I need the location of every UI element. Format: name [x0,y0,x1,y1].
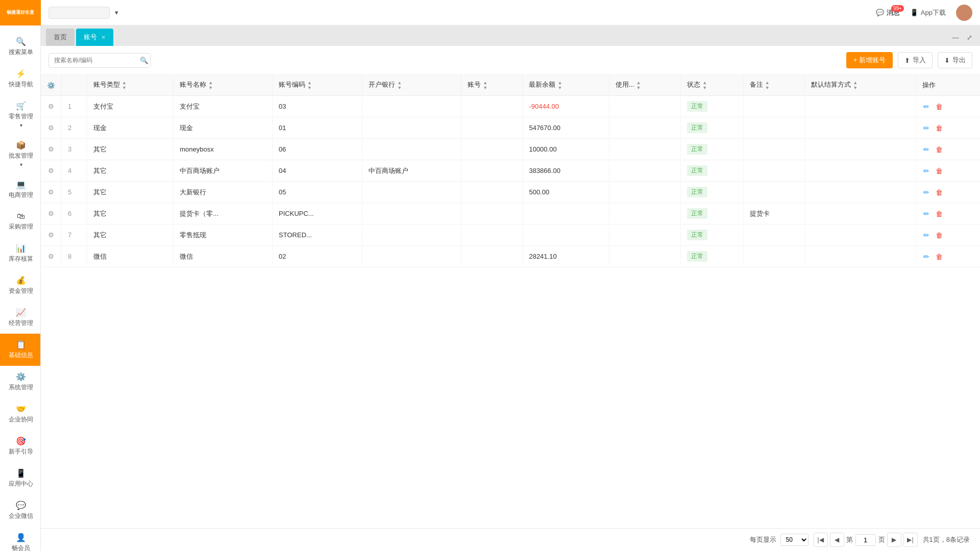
sidebar-item-sys-mgmt[interactable]: ⚙️系统管理 [0,366,40,398]
page-label: 第 [846,535,853,544]
row-gear[interactable]: ⚙ [41,246,62,267]
sidebar-item-label: 企业协同 [9,415,33,424]
edit-button[interactable]: ✏ [922,209,930,219]
topbar-search-input[interactable] [48,7,110,19]
app-center-icon: 📱 [16,468,26,478]
sidebar-item-quick-nav[interactable]: ⚡快捷导航 [0,63,40,95]
row-gear[interactable]: ⚙ [41,139,62,160]
delete-button[interactable]: 🗑 [935,123,944,133]
col-balance[interactable]: 最新余额▲▼ [523,75,609,96]
sort-icon: ▲▼ [765,80,770,90]
tab-home[interactable]: 首页 [46,29,75,46]
sidebar-item-search-menu[interactable]: 🔍搜索菜单 [0,31,40,63]
col-bank[interactable]: 开户银行▲▼ [362,75,461,96]
row-balance [523,224,609,246]
row-gear[interactable]: ⚙ [41,182,62,203]
sidebar-item-fund-mgmt[interactable]: 💰资金管理 [0,269,40,302]
sidebar-item-inventory[interactable]: 📊库存核算 [0,237,40,269]
page-number-input[interactable] [855,534,876,546]
row-type: 其它 [87,182,174,203]
row-remark [743,160,804,182]
row-remark [743,246,804,267]
row-type: 其它 [87,203,174,224]
sidebar-item-new-guide[interactable]: 🎯新手引导 [0,430,40,462]
pagesize-select[interactable]: 50 100 200 [780,534,808,546]
search-button[interactable]: 🔍 [136,54,151,67]
app-logo: 畅捷通好生意 [0,0,41,26]
sidebar-item-purchase-mgmt[interactable]: 🛍采购管理 [0,206,40,237]
edit-button[interactable]: ✏ [922,230,930,240]
delete-button[interactable]: 🗑 [935,209,944,219]
user-avatar[interactable] [956,5,972,21]
edit-button[interactable]: ✏ [922,166,930,176]
delete-button[interactable]: 🗑 [935,230,944,240]
sidebar-item-ecommerce-mgmt[interactable]: 💻电商管理 [0,173,40,206]
edit-button[interactable]: ✏ [922,123,930,133]
search-box: 🔍 [48,53,151,68]
add-account-button[interactable]: + 新增账号 [846,52,893,68]
col-name[interactable]: 账号名称▲▼ [174,75,273,96]
last-page-button[interactable]: ▶| [903,533,918,547]
col-default_settle[interactable]: 默认结算方式▲▼ [805,75,916,96]
row-actions: ✏ 🗑 [916,224,980,246]
app-download-button[interactable]: 📱 App下载 [910,8,946,17]
sidebar-item-wholesale-mgmt[interactable]: 📦批发管理▾ [0,134,40,173]
edit-button[interactable]: ✏ [922,187,930,197]
sidebar-item-basic-info[interactable]: 📋基础信息 [0,334,40,366]
search-input[interactable] [49,54,136,67]
first-page-button[interactable]: |◀ [814,533,828,547]
row-gear[interactable]: ⚙ [41,203,62,224]
maximize-button[interactable]: ⤢ [964,32,975,43]
row-account [461,96,523,117]
row-default-settle [805,246,916,267]
minimize-button[interactable]: — [950,32,961,43]
import-icon: ⬆ [904,57,910,64]
col-code[interactable]: 账号编码▲▼ [273,75,362,96]
col-usage[interactable]: 使用...▲▼ [609,75,681,96]
row-balance: 500.00 [523,182,609,203]
sidebar-item-enterprise-wechat[interactable]: 💬企业微信 [0,494,40,527]
sys-mgmt-icon: ⚙️ [16,372,26,382]
row-balance [523,203,609,224]
tab-account[interactable]: 账号✕ [76,29,113,46]
row-gear[interactable]: ⚙ [41,117,62,139]
sidebar-item-ops-mgmt[interactable]: 📈经营管理 [0,302,40,334]
message-badge: 99+ [891,5,904,12]
col-type[interactable]: 账号类型▲▼ [87,75,174,96]
sidebar-item-member[interactable]: 👤畅会员 [0,527,40,551]
row-usage [609,139,681,160]
delete-button[interactable]: 🗑 [935,102,944,112]
delete-button[interactable]: 🗑 [935,252,944,262]
edit-button[interactable]: ✏ [922,102,930,112]
sort-icon: ▲▼ [853,80,857,90]
edit-button[interactable]: ✏ [922,252,930,262]
next-page-button[interactable]: ▶ [887,533,901,547]
delete-button[interactable]: 🗑 [935,144,944,155]
export-button[interactable]: ⬇ 导出 [938,52,972,68]
sidebar-item-enterprise-agreement[interactable]: 🤝企业协同 [0,398,40,430]
delete-button[interactable]: 🗑 [935,166,944,176]
row-gear[interactable]: ⚙ [41,96,62,117]
gear-icon[interactable]: ⚙️ [47,82,55,89]
row-number: 1 [62,96,87,117]
row-bank [362,96,461,117]
sidebar-item-label: 系统管理 [9,383,33,392]
sidebar-item-app-center[interactable]: 📱应用中心 [0,462,40,494]
import-button[interactable]: ⬆ 导入 [898,52,933,68]
accounts-table: ⚙️账号类型▲▼账号名称▲▼账号编码▲▼开户银行▲▼账号▲▼最新余额▲▼使用..… [41,75,980,267]
topbar-dropdown[interactable]: ▾ [115,9,118,16]
row-gear[interactable]: ⚙ [41,224,62,246]
sidebar-item-label: 搜索菜单 [9,48,33,57]
row-gear[interactable]: ⚙ [41,160,62,182]
edit-button[interactable]: ✏ [922,144,930,155]
col-remark[interactable]: 备注▲▼ [743,75,804,96]
delete-button[interactable]: 🗑 [935,187,944,197]
sidebar-item-retail-mgmt[interactable]: 🛒零售管理▾ [0,95,40,134]
col-account[interactable]: 账号▲▼ [461,75,523,96]
tab-close-icon[interactable]: ✕ [101,34,106,41]
row-code: 04 [273,160,362,182]
col-status[interactable]: 状态▲▼ [681,75,743,96]
message-button[interactable]: 💬 消息 99+ [876,8,900,17]
footer: 每页显示 50 100 200 |◀ ◀ 第 页 ▶ ▶| 共1页，8条记录 [41,528,980,551]
prev-page-button[interactable]: ◀ [830,533,844,547]
